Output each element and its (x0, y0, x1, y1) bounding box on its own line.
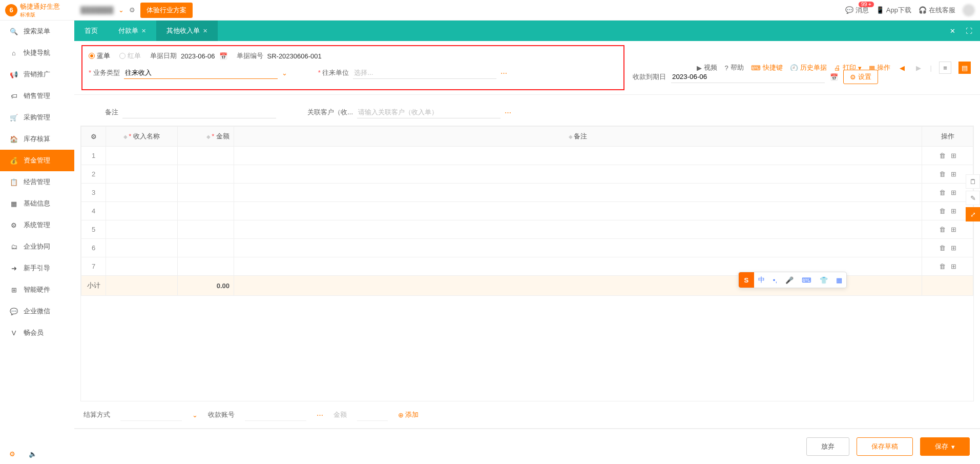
table-row[interactable]: 4🗑⊞ (81, 202, 973, 220)
amount-cell[interactable] (178, 257, 234, 276)
settle-amount-input[interactable] (357, 409, 388, 421)
sidebar-item-8[interactable]: ▦基础信息 (0, 193, 74, 214)
table-row[interactable]: 2🗑⊞ (81, 165, 973, 184)
delete-icon[interactable]: 🗑 (939, 152, 946, 159)
unit-input[interactable] (353, 67, 496, 79)
sidebar-item-5[interactable]: 🏠库存核算 (0, 128, 74, 150)
save-button[interactable]: 保存▾ (920, 437, 970, 456)
tab-close-button[interactable]: ✕ (946, 25, 958, 37)
delete-icon[interactable]: 🗑 (939, 207, 946, 215)
discard-button[interactable]: 放弃 (806, 437, 849, 456)
more-icon[interactable]: ⋯ (501, 69, 507, 77)
sidebar-item-7[interactable]: 📋经营管理 (0, 171, 74, 193)
table-row[interactable]: 3🗑⊞ (81, 184, 973, 202)
amount-cell[interactable] (178, 220, 234, 239)
amount-column[interactable]: ◆金额 (178, 127, 234, 147)
list-view-button[interactable]: ≡ (939, 62, 951, 74)
name-column[interactable]: ◆收入名称 (106, 127, 178, 147)
tab-0[interactable]: 首页 (74, 21, 108, 41)
table-row[interactable]: 6🗑⊞ (81, 239, 973, 257)
ime-toolbar[interactable]: S 中 •, 🎤 ⌨ 👕 ▦ (738, 272, 847, 288)
settings-button[interactable]: ⚙设置 (843, 70, 878, 84)
table-row[interactable]: 1🗑⊞ (81, 147, 973, 165)
add-row-icon[interactable]: ⊞ (951, 170, 956, 178)
delete-icon[interactable]: 🗑 (939, 226, 946, 233)
close-icon[interactable]: ✕ (141, 28, 146, 34)
remark-input[interactable] (122, 106, 276, 118)
ime-lang[interactable]: 中 (754, 275, 769, 285)
remark-cell[interactable] (234, 202, 922, 220)
remark-cell[interactable] (234, 184, 922, 202)
relation-input[interactable] (357, 106, 501, 118)
chevron-down-icon[interactable]: ⌄ (282, 69, 287, 77)
amount-cell[interactable] (178, 202, 234, 220)
amount-cell[interactable] (178, 239, 234, 257)
calendar-icon[interactable]: 📅 (830, 73, 838, 81)
name-cell[interactable] (106, 239, 178, 257)
name-cell[interactable] (106, 202, 178, 220)
remark-cell[interactable] (234, 239, 922, 257)
remark-column[interactable]: ◆备注 (234, 127, 922, 147)
name-cell[interactable] (106, 220, 178, 239)
calendar-icon[interactable]: 📅 (219, 52, 227, 60)
sidebar-item-9[interactable]: ⚙系统管理 (0, 214, 74, 236)
tab-2[interactable]: 其他收入单✕ (156, 21, 218, 41)
ime-keyboard-icon[interactable]: ⌨ (798, 276, 816, 284)
online-service-link[interactable]: 🎧 在线客服 (919, 6, 955, 15)
amount-cell[interactable] (178, 184, 234, 202)
gear-icon[interactable]: ⚙ (129, 6, 135, 14)
app-download-link[interactable]: 📱 App下载 (876, 6, 911, 15)
delete-icon[interactable]: 🗑 (939, 170, 946, 178)
biz-type-select[interactable] (124, 67, 278, 79)
ime-grid-icon[interactable]: ▦ (832, 276, 846, 284)
sidebar-item-3[interactable]: 🏷销售管理 (0, 85, 74, 107)
sidebar-item-0[interactable]: 🔍搜索菜单 (0, 21, 74, 42)
sidebar-item-10[interactable]: 🗂企业协同 (0, 236, 74, 257)
note-icon[interactable]: 🗒 (966, 174, 980, 189)
sidebar-item-6[interactable]: 💰资金管理 (0, 150, 74, 171)
add-row-icon[interactable]: ⊞ (951, 152, 956, 159)
settings-icon[interactable]: ⚙ (9, 450, 15, 458)
date-value[interactable]: 2023-06-06 (181, 52, 215, 60)
messages-link[interactable]: 💬 消息 99 + (845, 6, 869, 15)
sidebar-item-4[interactable]: 🛒采购管理 (0, 107, 74, 128)
delete-icon[interactable]: 🗑 (939, 263, 946, 270)
sidebar-item-14[interactable]: V畅会员 (0, 322, 74, 344)
blue-radio[interactable]: 蓝单 (89, 51, 110, 60)
tab-1[interactable]: 付款单✕ (108, 21, 156, 41)
save-draft-button[interactable]: 保存草稿 (857, 437, 913, 456)
add-row-icon[interactable]: ⊞ (951, 226, 956, 233)
close-icon[interactable]: ✕ (203, 28, 207, 34)
name-cell[interactable] (106, 184, 178, 202)
settle-method-input[interactable] (120, 409, 182, 421)
name-cell[interactable] (106, 165, 178, 184)
ime-punct-icon[interactable]: •, (769, 276, 781, 284)
sidebar-item-13[interactable]: 💬企业微信 (0, 300, 74, 322)
more-icon[interactable]: ⋯ (317, 411, 323, 419)
red-radio[interactable]: 红单 (119, 51, 141, 60)
next-button[interactable]: ▶ (914, 64, 923, 72)
more-icon[interactable]: ⋯ (505, 109, 511, 116)
sidebar-item-2[interactable]: 📢营销推广 (0, 64, 74, 85)
fullscreen-button[interactable]: ⛶ (963, 25, 975, 37)
amount-cell[interactable] (178, 165, 234, 184)
account-input[interactable] (245, 409, 306, 421)
add-button[interactable]: ⊕添加 (398, 410, 419, 419)
edit-icon[interactable]: ✎ (966, 191, 980, 205)
ime-mic-icon[interactable]: 🎤 (781, 276, 798, 284)
company-selector[interactable]: ███████ ⌄ ⚙ (80, 6, 135, 14)
add-row-icon[interactable]: ⊞ (951, 207, 956, 215)
sidebar-item-1[interactable]: ⌂快捷导航 (0, 42, 74, 64)
due-input[interactable] (671, 71, 825, 83)
experience-button[interactable]: 体验行业方案 (140, 3, 193, 18)
expand-icon[interactable]: ⤢ (966, 207, 980, 221)
add-row-icon[interactable]: ⊞ (951, 263, 956, 270)
prev-button[interactable]: ◀ (898, 64, 907, 72)
collapse-icon[interactable]: 🔈 (29, 450, 37, 458)
card-view-button[interactable]: ▤ (958, 62, 971, 74)
amount-cell[interactable] (178, 147, 234, 165)
sidebar-item-12[interactable]: ⊞智能硬件 (0, 279, 74, 300)
sidebar-item-11[interactable]: ➜新手引导 (0, 257, 74, 279)
remark-cell[interactable] (234, 165, 922, 184)
add-row-icon[interactable]: ⊞ (951, 189, 956, 196)
